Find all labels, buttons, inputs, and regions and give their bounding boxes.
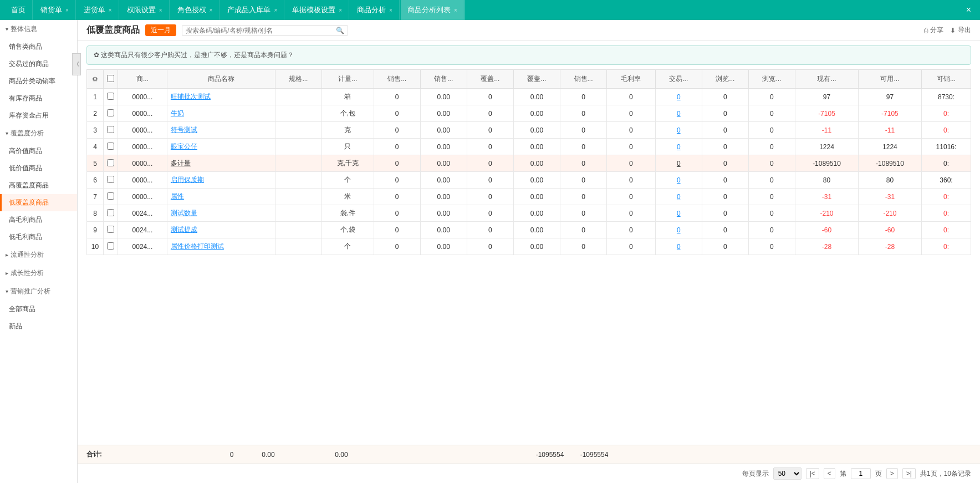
first-page-button[interactable]: |<: [806, 468, 819, 479]
close-icon[interactable]: ×: [454, 7, 457, 13]
row-select-checkbox[interactable]: [107, 93, 114, 100]
table-row: 10 0024... 属性价格打印测试 个 0 0.00 0 0.00 0 0 …: [87, 238, 971, 255]
row-transaction[interactable]: 0: [655, 105, 702, 122]
page-number-input[interactable]: [851, 468, 871, 479]
sidebar-collapse-button[interactable]: 《: [72, 53, 81, 75]
close-icon[interactable]: ×: [389, 7, 392, 13]
nav-tab-analysis[interactable]: 商品分析 ×: [350, 0, 400, 20]
row-spec: [275, 189, 321, 205]
sidebar-item-high-coverage[interactable]: 高覆盖度商品: [0, 177, 77, 194]
row-checkbox[interactable]: [104, 89, 118, 105]
row-checkbox[interactable]: [104, 139, 118, 155]
sidebar-section-coverage[interactable]: ▾ 覆盖度分析: [0, 124, 77, 143]
close-icon[interactable]: ×: [339, 7, 342, 13]
row-name[interactable]: 多计量: [167, 155, 275, 172]
sidebar-item-stock-capital[interactable]: 库存资金占用: [0, 107, 77, 124]
sidebar-section-marketing[interactable]: ▾ 营销推广分析: [0, 282, 77, 301]
close-icon[interactable]: ×: [274, 7, 277, 13]
row-select-checkbox[interactable]: [107, 209, 114, 216]
row-transaction[interactable]: 0: [655, 238, 702, 255]
row-checkbox[interactable]: [104, 155, 118, 172]
row-transaction[interactable]: 0: [655, 155, 702, 172]
row-transaction[interactable]: 0: [655, 189, 702, 205]
sidebar-item-sales-products[interactable]: 销售类商品: [0, 38, 77, 55]
sidebar-section-growth[interactable]: ▸ 成长性分析: [0, 264, 77, 282]
sidebar-item-all-products[interactable]: 全部商品: [0, 301, 77, 318]
row-transaction[interactable]: 0: [655, 222, 702, 238]
close-icon[interactable]: ×: [109, 7, 112, 13]
nav-tab-templates[interactable]: 单据模板设置 ×: [285, 0, 349, 20]
page-size-select[interactable]: 50 100 200: [773, 467, 802, 480]
close-icon[interactable]: ×: [210, 7, 213, 13]
row-name[interactable]: 符号测试: [167, 122, 275, 139]
sidebar-section-overall[interactable]: ▾ 整体信息: [0, 20, 77, 38]
nav-tab-purchase[interactable]: 进货单 ×: [77, 0, 119, 20]
row-select-checkbox[interactable]: [107, 143, 114, 150]
row-transaction[interactable]: 0: [655, 205, 702, 222]
row-sales-amount: 0.00: [420, 222, 467, 238]
sidebar-section-flow[interactable]: ▸ 流通性分析: [0, 246, 77, 264]
col-checkbox[interactable]: [104, 70, 118, 89]
last-page-button[interactable]: >|: [902, 468, 916, 479]
export-button[interactable]: ⬇ 导出: [950, 26, 971, 35]
row-checkbox[interactable]: [104, 189, 118, 205]
row-select-checkbox[interactable]: [107, 192, 114, 200]
row-select-checkbox[interactable]: [107, 159, 114, 166]
nav-tab-warehouse[interactable]: 产成品入库单 ×: [221, 0, 284, 20]
row-checkbox[interactable]: [104, 205, 118, 222]
nav-tab-home[interactable]: 首页: [4, 0, 33, 20]
row-checkbox[interactable]: [104, 105, 118, 122]
row-name[interactable]: 眼宝公仔: [167, 139, 275, 155]
sidebar-item-high-value[interactable]: 高价值商品: [0, 143, 77, 160]
nav-tab-permissions[interactable]: 权限设置 ×: [120, 0, 170, 20]
row-checkbox[interactable]: [104, 238, 118, 255]
nav-tab-analysis-list[interactable]: 商品分析列表 ×: [401, 0, 465, 20]
sidebar-item-in-stock[interactable]: 有库存商品: [0, 90, 77, 107]
sidebar-item-low-value[interactable]: 低价值商品: [0, 160, 77, 177]
nav-tab-roles[interactable]: 角色授权 ×: [171, 0, 220, 20]
row-sales-amount: 0.00: [420, 122, 467, 139]
row-gross-rate: 0: [607, 172, 656, 189]
row-name[interactable]: 牛奶: [167, 105, 275, 122]
sidebar-item-low-margin[interactable]: 低毛利商品: [0, 228, 77, 246]
row-name[interactable]: 启用保质期: [167, 172, 275, 189]
col-settings[interactable]: ⚙: [87, 70, 104, 89]
row-checkbox[interactable]: [104, 172, 118, 189]
row-transaction[interactable]: 0: [655, 172, 702, 189]
row-checkbox[interactable]: [104, 122, 118, 139]
row-select-checkbox[interactable]: [107, 126, 114, 133]
row-name[interactable]: 测试数量: [167, 205, 275, 222]
row-cov1: 0: [467, 205, 513, 222]
next-page-button[interactable]: >: [886, 468, 898, 479]
row-transaction[interactable]: 0: [655, 89, 702, 105]
nav-tab-sales[interactable]: 销货单 ×: [34, 0, 76, 20]
row-name[interactable]: 属性: [167, 189, 275, 205]
close-all-tabs-button[interactable]: ×: [962, 5, 976, 15]
search-icon[interactable]: 🔍: [336, 27, 344, 34]
close-icon[interactable]: ×: [65, 7, 69, 13]
row-select-checkbox[interactable]: [107, 226, 114, 233]
sidebar-item-high-margin[interactable]: 高毛利商品: [0, 211, 77, 228]
search-input[interactable]: [186, 27, 334, 34]
close-icon[interactable]: ×: [159, 7, 162, 13]
row-select-checkbox[interactable]: [107, 176, 114, 183]
row-sales-amount: 0.00: [420, 205, 467, 222]
share-button[interactable]: ⎙ 分享: [924, 26, 943, 35]
row-name[interactable]: 测试提成: [167, 222, 275, 238]
row-transaction[interactable]: 0: [655, 122, 702, 139]
row-gross-rate: 0: [607, 139, 656, 155]
row-select-checkbox[interactable]: [107, 109, 114, 116]
sidebar-item-new-products[interactable]: 新品: [0, 318, 77, 335]
row-name[interactable]: 属性价格打印测试: [167, 238, 275, 255]
sidebar-item-traded-products[interactable]: 交易过的商品: [0, 55, 77, 73]
row-name[interactable]: 旺辅批次测试: [167, 89, 275, 105]
sidebar-item-low-coverage[interactable]: 低覆盖度商品: [0, 194, 77, 211]
sidebar-item-category-rate[interactable]: 商品分类动销率: [0, 73, 77, 90]
row-checkbox[interactable]: [104, 222, 118, 238]
select-all-checkbox[interactable]: [107, 75, 114, 82]
period-button[interactable]: 近一月: [145, 24, 176, 36]
prev-page-button[interactable]: <: [824, 468, 835, 479]
row-select-checkbox[interactable]: [107, 242, 114, 250]
col-spec: 规格...: [275, 70, 321, 89]
row-transaction[interactable]: 0: [655, 139, 702, 155]
